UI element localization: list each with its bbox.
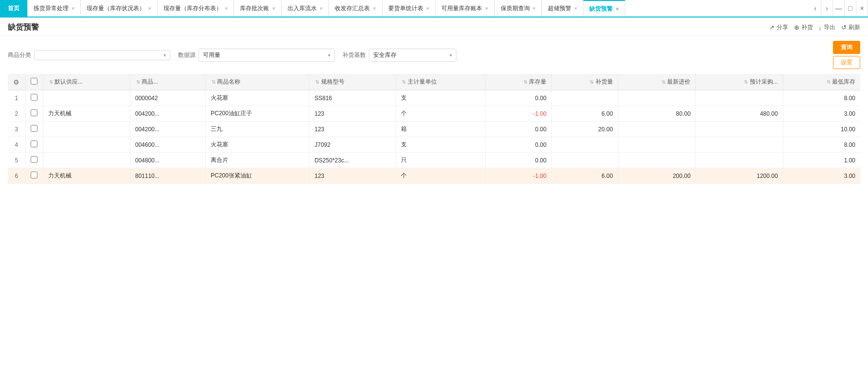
row-checkbox[interactable] (31, 125, 37, 132)
th-min-stock[interactable]: ⇅ 最低库存 (783, 74, 860, 90)
query-button[interactable]: 查询 (833, 41, 860, 54)
cell-name: 火花塞 (205, 90, 309, 106)
replenish-basis-label: 补货基数 (343, 51, 366, 59)
tab-inout-flow[interactable]: 出入库流水× (282, 0, 329, 17)
export-action[interactable]: ↓ 导出 (819, 23, 836, 32)
tab-overstock-close[interactable]: × (574, 5, 577, 11)
tab-batch-account[interactable]: 库存批次账× (234, 0, 281, 17)
replenish-label: 补货 (801, 23, 813, 32)
cell-checkbox[interactable] (25, 122, 43, 137)
cell-checkbox[interactable] (25, 137, 43, 153)
tab-abnormal[interactable]: 拣货异常处理× (28, 0, 81, 17)
th-stock[interactable]: ⇅ 库存量 (485, 74, 552, 90)
category-arrow-icon: ▾ (163, 53, 166, 58)
th-spec-sort-icon: ⇅ (315, 79, 319, 85)
refresh-action[interactable]: ↺ 刷新 (841, 23, 860, 32)
tab-abnormal-close[interactable]: × (72, 5, 74, 11)
row-checkbox[interactable] (31, 172, 37, 178)
tab-shortage[interactable]: 缺货预警× (583, 0, 625, 17)
cell-checkbox[interactable] (25, 90, 43, 106)
tab-inout-flow-close[interactable]: × (320, 5, 323, 11)
tab-stock-dist-close[interactable]: × (225, 5, 228, 11)
category-select[interactable]: ▾ (34, 50, 170, 60)
tab-shortage-close[interactable]: × (615, 6, 618, 12)
cell-latest-price (618, 90, 696, 106)
tab-overstock[interactable]: 超储预警× (542, 0, 583, 17)
cell-supplier (43, 137, 130, 153)
table-row: 3 004200... 三九 123 箱 0.00 20.00 10.00 (8, 122, 860, 137)
th-replenish-label: 补货量 (596, 78, 613, 85)
filter-actions: 查询 设置 (833, 41, 860, 69)
cell-min-stock: 10.00 (783, 122, 860, 137)
select-all-checkbox[interactable] (31, 78, 37, 85)
th-gear[interactable]: ⚙ (8, 74, 25, 90)
refresh-icon: ↺ (841, 24, 847, 31)
row-checkbox[interactable] (31, 156, 37, 163)
gear-icon[interactable]: ⚙ (13, 78, 19, 86)
th-spec[interactable]: ⇅ 规格型号 (309, 74, 396, 90)
page-title: 缺货预警 (8, 22, 39, 33)
tab-available-ledger[interactable]: 可用量库存账本× (435, 0, 494, 17)
replenish-action[interactable]: ⊕ 补货 (794, 23, 813, 32)
row-checkbox[interactable] (31, 141, 37, 147)
tab-collect-summary[interactable]: 收发存汇总表× (329, 0, 382, 17)
cell-min-stock: 8.00 (783, 137, 860, 153)
cell-name: 火花塞 (205, 137, 309, 153)
table-row: 6 力天机械 801110... PC200张紧油缸 123 个 -1.00 6… (8, 168, 860, 184)
tab-order-stats-close[interactable]: × (426, 5, 429, 11)
row-checkbox[interactable] (31, 109, 37, 116)
cell-supplier (43, 122, 130, 137)
tab-expiry-query-close[interactable]: × (533, 5, 536, 11)
th-stock-sort-icon: ⇅ (524, 79, 527, 85)
tab-batch-account-close[interactable]: × (272, 5, 275, 11)
tab-available-ledger-close[interactable]: × (485, 5, 488, 11)
cell-code: 004600... (130, 137, 205, 153)
th-supplier[interactable]: ⇅ 默认供应... (43, 74, 130, 90)
tab-stock-dist[interactable]: 现存量（库存分布表）× (158, 0, 234, 17)
cell-estimated-purchase: 480.00 (696, 106, 783, 122)
th-replenish-qty[interactable]: ⇅ 补货量 (552, 74, 618, 90)
datasource-select[interactable]: 可用量 ▾ (199, 49, 335, 62)
cell-latest-price (618, 137, 696, 153)
tab-minimize-btn[interactable]: — (833, 0, 845, 17)
tab-bar: 首页 拣货异常处理×现存量（库存状况表）×现存量（库存分布表）×库存批次账×出入… (0, 0, 868, 18)
tab-inout-flow-label: 出入库流水 (288, 4, 317, 13)
tab-close-btn[interactable]: × (856, 0, 868, 17)
tab-expiry-query[interactable]: 保质期查询× (495, 0, 542, 17)
cell-min-stock: 1.00 (783, 153, 860, 168)
cell-checkbox[interactable] (25, 168, 43, 184)
tab-prev-btn[interactable]: ‹ (810, 0, 821, 17)
th-code[interactable]: ⇅ 商品... (130, 74, 205, 90)
th-unit[interactable]: ⇅ 主计量单位 (396, 74, 485, 90)
tab-maximize-btn[interactable]: □ (845, 0, 856, 17)
cell-stock: 0.00 (485, 122, 552, 137)
th-checkbox[interactable] (25, 74, 43, 90)
category-filter-group: 商品分类 ▾ (8, 50, 170, 60)
th-estimated-purchase[interactable]: ⇅ 预计采购... (696, 74, 783, 90)
row-checkbox[interactable] (31, 94, 37, 101)
cell-stock: -1.00 (485, 168, 552, 184)
tab-stock-status-close[interactable]: × (148, 5, 151, 11)
cell-name: 三九 (205, 122, 309, 137)
tab-next-btn[interactable]: › (821, 0, 833, 17)
cell-checkbox[interactable] (25, 106, 43, 122)
cell-replenish-qty (552, 137, 618, 153)
cell-checkbox[interactable] (25, 153, 43, 168)
share-action[interactable]: ↗ 分享 (769, 23, 788, 32)
th-name[interactable]: ⇅ 商品名称 (205, 74, 309, 90)
tab-order-stats[interactable]: 要货单统计表× (382, 0, 435, 17)
replenish-icon: ⊕ (794, 24, 799, 31)
cell-code: 004200... (130, 122, 205, 137)
tab-home[interactable]: 首页 (0, 0, 28, 17)
tab-stock-status[interactable]: 现存量（库存状况表）× (81, 0, 157, 17)
cell-unit: 箱 (396, 122, 485, 137)
tab-batch-account-label: 库存批次账 (240, 4, 269, 13)
maximize-icon: □ (848, 4, 852, 12)
export-icon: ↓ (819, 24, 822, 31)
cell-unit: 个 (396, 106, 485, 122)
replenish-basis-select[interactable]: 安全库存 ▾ (369, 49, 456, 62)
th-latest-price[interactable]: ⇅ 最新进价 (618, 74, 696, 90)
tab-collect-summary-close[interactable]: × (373, 5, 376, 11)
cell-min-stock: 3.00 (783, 168, 860, 184)
settings-button[interactable]: 设置 (833, 56, 860, 69)
